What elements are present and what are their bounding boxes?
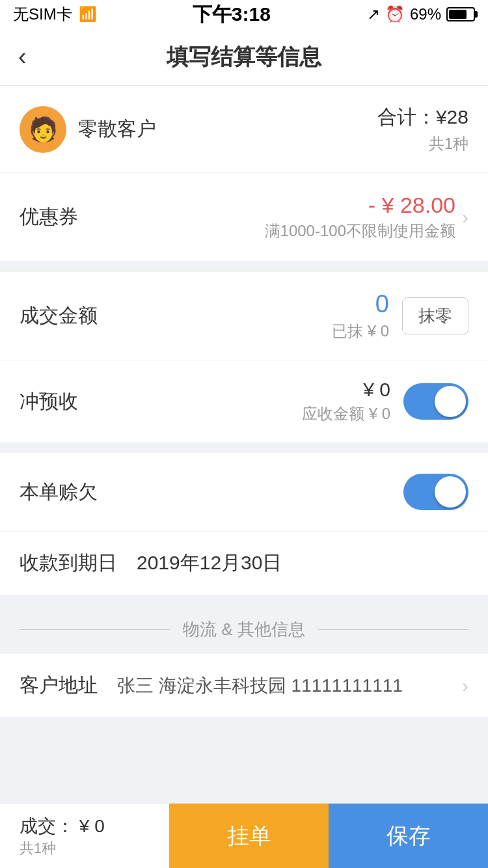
address-label: 客户地址 — [20, 672, 98, 699]
customer-row: 🧑 零散客户 合计：¥28 共1种 — [0, 86, 488, 172]
due-date-label: 收款到期日 — [20, 550, 117, 576]
prepay-amount: ¥ 0 — [302, 379, 390, 401]
save-button[interactable]: 保存 — [329, 804, 488, 868]
address-row[interactable]: 客户地址 张三 海淀永丰科技园 11111111111 › — [0, 654, 488, 717]
alarm-icon: ⏰ — [385, 5, 405, 23]
address-chevron-icon: › — [462, 675, 468, 697]
hang-button[interactable]: 挂单 — [169, 804, 329, 868]
logistics-label: 物流 & 其他信息 — [183, 618, 305, 641]
deal-amount-right: 0 已抹 ¥ 0 抹零 — [332, 290, 468, 342]
round-off-button[interactable]: 抹零 — [402, 297, 468, 334]
debt-toggle-knob — [435, 476, 466, 508]
divider-line-left — [20, 629, 170, 630]
debt-label: 本单赊欠 — [20, 479, 98, 506]
page-title: 填写结算等信息 — [167, 42, 321, 72]
prepay-label: 冲预收 — [20, 388, 78, 415]
round-off-sub: 已抹 ¥ 0 — [332, 321, 389, 342]
address-value: 张三 海淀永丰科技园 11111111111 — [117, 673, 462, 698]
deal-amount-label: 成交金额 — [20, 303, 98, 329]
battery-bar — [446, 7, 475, 21]
status-time: 下午3:18 — [193, 1, 271, 28]
status-bar: 无SIM卡 📶 下午3:18 ↗ ⏰ 69% — [0, 0, 488, 29]
sim-signal: 无SIM卡 — [13, 4, 72, 25]
back-button[interactable]: ‹ — [18, 43, 27, 71]
prepay-right: ¥ 0 应收金额 ¥ 0 — [302, 379, 468, 424]
prepay-row: 冲预收 ¥ 0 应收金额 ¥ 0 — [0, 360, 488, 442]
divider-line-right — [318, 629, 468, 630]
prepay-sub: 应收金额 ¥ 0 — [302, 403, 390, 424]
wifi-icon: 📶 — [79, 6, 96, 23]
prepay-values: ¥ 0 应收金额 ¥ 0 — [302, 379, 390, 424]
coupon-description: 满1000-100不限制使用金额 — [265, 221, 455, 241]
customer-left: 🧑 零散客户 — [20, 106, 156, 153]
bottom-count: 共1种 — [20, 839, 150, 858]
bottom-deal-label: 成交： — [20, 816, 74, 836]
chevron-right-icon: › — [462, 206, 468, 228]
status-right: ↗ ⏰ 69% — [367, 5, 475, 23]
debt-section: 本单赊欠 收款到期日 2019年12月30日 — [0, 453, 488, 595]
logistics-divider: 物流 & 其他信息 — [0, 605, 488, 654]
avatar: 🧑 — [20, 106, 66, 153]
due-date-row: 收款到期日 2019年12月30日 — [0, 531, 488, 595]
avatar-icon: 🧑 — [29, 116, 58, 143]
coupon-amount: - ¥ 28.00 — [265, 193, 455, 218]
battery-percent: 69% — [410, 5, 441, 23]
deal-amount-value[interactable]: 0 — [332, 290, 389, 318]
bottom-bar: 成交： ¥ 0 共1种 挂单 保存 — [0, 803, 488, 868]
battery-fill — [449, 10, 467, 19]
bottom-summary: 成交： ¥ 0 共1种 — [0, 804, 169, 868]
customer-name: 零散客户 — [78, 116, 156, 142]
toggle-knob — [435, 386, 466, 417]
debt-row: 本单赊欠 — [0, 453, 488, 531]
nav-bar: ‹ 填写结算等信息 — [0, 29, 488, 86]
due-date-value: 2019年12月30日 — [137, 550, 282, 576]
bottom-deal-amount: ¥ 0 — [79, 816, 105, 836]
address-section: 客户地址 张三 海淀永丰科技园 11111111111 › — [0, 654, 488, 717]
debt-toggle[interactable] — [403, 474, 468, 510]
deal-amount-row: 成交金额 0 已抹 ¥ 0 抹零 — [0, 271, 488, 360]
coupon-row[interactable]: 优惠券 - ¥ 28.00 满1000-100不限制使用金额 › — [0, 172, 488, 261]
coupon-label: 优惠券 — [20, 204, 78, 230]
location-icon: ↗ — [367, 5, 380, 23]
bottom-deal-row: 成交： ¥ 0 — [20, 814, 150, 839]
coupon-right: - ¥ 28.00 满1000-100不限制使用金额 › — [265, 193, 468, 241]
customer-right: 合计：¥28 共1种 — [377, 104, 468, 154]
status-left: 无SIM卡 📶 — [13, 4, 96, 25]
total-amount: 合计：¥28 — [377, 104, 468, 131]
customer-section: 🧑 零散客户 合计：¥28 共1种 优惠券 - ¥ 28.00 满1000-10… — [0, 86, 488, 261]
prepay-toggle[interactable] — [403, 383, 468, 420]
deal-section: 成交金额 0 已抹 ¥ 0 抹零 冲预收 ¥ 0 应收金额 ¥ 0 — [0, 271, 488, 442]
total-count: 共1种 — [377, 133, 468, 154]
